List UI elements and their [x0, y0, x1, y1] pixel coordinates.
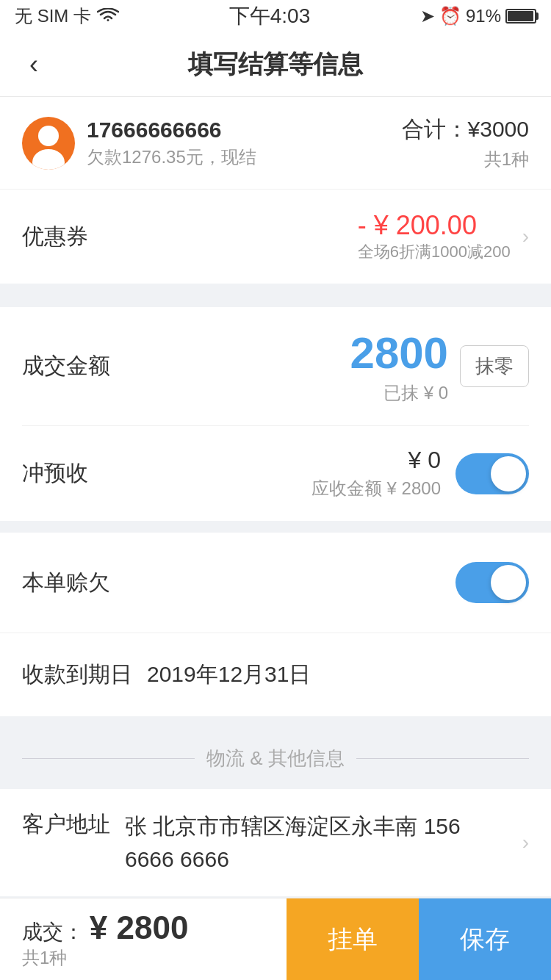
nav-bar: ‹ 填写结算等信息	[0, 32, 551, 97]
coupon-amount: - ¥ 200.00	[358, 210, 477, 240]
address-chevron-icon: ›	[522, 831, 529, 854]
user-left: 17666666666 欠款1276.35元，现结	[22, 117, 256, 170]
svg-point-0	[38, 126, 59, 146]
prepay-amount: ¥ 0 应收金额 ¥ 2800	[311, 447, 441, 500]
hang-button[interactable]: 挂单	[287, 898, 419, 981]
logistics-title: 物流 & 其他信息	[206, 746, 345, 771]
bottom-bar: 成交： ¥ 2800 共1种 挂单 保存	[0, 898, 551, 980]
bottom-label: 成交：	[22, 920, 84, 943]
user-row: 17666666666 欠款1276.35元，现结 合计：¥3000 共1种	[0, 97, 551, 189]
transaction-row: 成交金额 2800 已抹 ¥ 0 抹零	[22, 307, 529, 426]
avatar	[22, 117, 75, 170]
coupon-value: - ¥ 200.00 全场6折满1000减200	[358, 210, 511, 263]
address-row[interactable]: 客户地址 张 北京市市辖区海淀区永丰南 156 6666 6666 ›	[0, 789, 551, 896]
coupon-label: 优惠券	[22, 222, 88, 252]
item-count: 共1种	[402, 148, 529, 171]
user-info: 17666666666 欠款1276.35元，现结	[87, 118, 256, 169]
due-row: 收款到期日 2019年12月31日	[0, 633, 551, 716]
round-zero-button[interactable]: 抹零	[460, 345, 529, 387]
coupon-right: - ¥ 200.00 全场6折满1000减200 ›	[358, 210, 529, 263]
battery-percent: 91%	[466, 6, 501, 26]
status-left: 无 SIM 卡	[15, 4, 119, 28]
svg-point-1	[32, 149, 65, 170]
battery-icon	[505, 9, 536, 24]
user-info-card: 17666666666 欠款1276.35元，现结 合计：¥3000 共1种 优…	[0, 97, 551, 284]
status-bar: 无 SIM 卡 下午4:03 ➤ ⏰ 91%	[0, 0, 551, 32]
transaction-section: 成交金额 2800 已抹 ¥ 0 抹零 冲预收 ¥ 0 应收金额 ¥ 2800	[0, 307, 551, 521]
status-time: 下午4:03	[229, 2, 311, 30]
section-gap-1	[0, 295, 551, 307]
transaction-sub: 已抹 ¥ 0	[350, 381, 448, 405]
prepay-toggle-knob	[491, 456, 526, 491]
carrier-text: 无 SIM 卡	[15, 4, 91, 28]
alarm-icon: ⏰	[439, 6, 461, 26]
content: 17666666666 欠款1276.35元，现结 合计：¥3000 共1种 优…	[0, 97, 551, 980]
logistics-header: 物流 & 其他信息	[0, 728, 551, 789]
bottom-amount: ¥ 2800	[90, 909, 189, 945]
due-date: 2019年12月31日	[147, 660, 311, 690]
debt-row: 本单赊欠	[0, 533, 551, 633]
user-sub: 欠款1276.35元，现结	[87, 145, 256, 169]
transaction-amount: 2800	[350, 328, 448, 378]
wifi-icon	[97, 8, 119, 24]
prepay-row: 冲预收 ¥ 0 应收金额 ¥ 2800	[22, 426, 529, 521]
coupon-chevron-icon: ›	[522, 225, 529, 248]
user-phone: 17666666666	[87, 118, 256, 143]
coupon-row[interactable]: 优惠券 - ¥ 200.00 全场6折满1000减200 ›	[0, 189, 551, 284]
transaction-label: 成交金额	[22, 351, 110, 381]
prepay-label: 冲预收	[22, 458, 88, 489]
logistics-line-left	[22, 758, 195, 759]
address-content: 张 北京市市辖区海淀区永丰南 156 6666 6666	[125, 810, 515, 876]
debt-toggle[interactable]	[455, 562, 529, 603]
logistics-line-right	[356, 758, 529, 759]
prepay-toggle[interactable]	[455, 453, 529, 494]
address-label: 客户地址	[22, 810, 110, 840]
section-gap-3	[0, 716, 551, 728]
transaction-value: 2800 已抹 ¥ 0 抹零	[350, 328, 529, 405]
total-amount: 合计：¥3000	[402, 115, 529, 145]
section-gap-2	[0, 521, 551, 533]
prepay-main-amount: ¥ 0	[311, 447, 441, 474]
save-button[interactable]: 保存	[419, 898, 551, 981]
page-title: 填写结算等信息	[188, 48, 363, 82]
back-button[interactable]: ‹	[22, 42, 46, 87]
prepay-right: ¥ 0 应收金额 ¥ 2800	[311, 447, 529, 500]
user-right: 合计：¥3000 共1种	[402, 115, 529, 171]
transaction-value-right: 2800 已抹 ¥ 0	[350, 328, 448, 405]
coupon-desc: 全场6折满1000减200	[358, 241, 511, 263]
bottom-count: 共1种	[22, 946, 264, 970]
bottom-label-row: 成交： ¥ 2800	[22, 909, 264, 946]
prepay-sub-amount: 应收金额 ¥ 2800	[311, 477, 441, 500]
debt-label: 本单赊欠	[22, 568, 110, 598]
location-icon: ➤	[420, 6, 435, 26]
bottom-summary: 成交： ¥ 2800 共1种	[0, 909, 287, 970]
status-right: ➤ ⏰ 91%	[420, 6, 536, 26]
due-label: 收款到期日	[22, 660, 132, 690]
debt-toggle-knob	[491, 565, 526, 600]
